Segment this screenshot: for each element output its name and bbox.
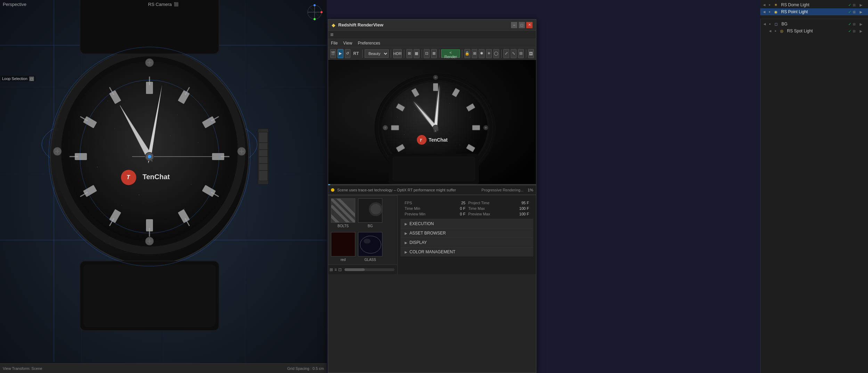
close-button[interactable]: ✕: [526, 22, 533, 28]
project-time-label: Project Time: [468, 201, 489, 205]
menu-view[interactable]: View: [343, 41, 352, 46]
render-pass-dropdown[interactable]: Beauty: [365, 49, 389, 58]
grid-btn[interactable]: ⊞: [406, 49, 412, 58]
viewport-controls: View Transform: Scene Grid Spacing : 0.5…: [0, 363, 327, 373]
color-mgmt-arrow: ▶: [405, 250, 407, 254]
play-btn[interactable]: ▶: [338, 49, 343, 58]
svg-point-73: [107, 101, 108, 102]
maximize-button[interactable]: □: [519, 22, 525, 28]
menu-preferences[interactable]: Preferences: [358, 41, 380, 46]
material-list-icon[interactable]: ⊞: [330, 267, 333, 272]
svg-rect-34: [146, 82, 153, 94]
expand2-btn[interactable]: ⤡: [511, 49, 517, 58]
time-min-value: 0 F: [460, 206, 465, 211]
material-bg-label: BG: [368, 224, 373, 228]
window-controls[interactable]: − □ ✕: [511, 22, 533, 28]
material-glass[interactable]: GLASS: [358, 232, 382, 262]
image-btn[interactable]: 🖼: [528, 49, 534, 58]
svg-text:TenChat: TenChat: [429, 137, 448, 143]
renderview-titlebar[interactable]: ◆ Redshift RenderView − □ ✕: [328, 19, 536, 31]
execution-section[interactable]: ▶ EXECUTION: [400, 219, 533, 228]
svg-rect-137: [392, 157, 475, 182]
display-section[interactable]: ▶ DISPLAY: [400, 238, 533, 247]
svg-rect-146: [331, 232, 355, 256]
circle-btn[interactable]: ◯: [493, 49, 499, 58]
right-panel: ◀ ● ◻ BG ✓ ⊞ ▶ ◀ ● ◎ RS Spot Light ✓ ⊞ ▶: [760, 19, 868, 373]
progress-label: Progressive Rendering...: [481, 188, 524, 192]
svg-point-93: [321, 11, 323, 13]
preview-min-value: 0 F: [460, 212, 465, 216]
asterisk2-btn[interactable]: ✳: [486, 49, 492, 58]
camera-label: RS Camera ⬛: [148, 2, 179, 7]
layout1-btn[interactable]: ▦: [414, 49, 420, 58]
navigation-gizmo[interactable]: [306, 3, 323, 21]
grid2-btn[interactable]: ⊞: [472, 49, 478, 58]
outliner-item-rs-dome-light[interactable]: ◀ ● ☀ RS Dome Light ✓ ⊞ ▶: [760, 1, 868, 8]
color-management-section[interactable]: ▶ COLOR MANAGEMENT: [400, 247, 533, 256]
expand-btn[interactable]: ⤢: [503, 49, 509, 58]
material-bolts-label: BOLTS: [338, 224, 349, 228]
material-grid-icon[interactable]: ≡: [334, 267, 337, 272]
outliner-item-bg[interactable]: ◀ ● ◻ BG ✓ ⊞ ▶: [761, 21, 868, 27]
svg-rect-117: [391, 125, 399, 130]
material-glass-label: GLASS: [364, 258, 376, 262]
main-3d-viewport[interactable]: T TenChat: [0, 0, 327, 373]
crop-btn[interactable]: ⊠: [431, 49, 437, 58]
svg-point-67: [97, 167, 98, 168]
refresh-btn[interactable]: ↺: [345, 49, 351, 58]
preview-max-value: 100 F: [519, 212, 529, 216]
layout2-btn[interactable]: ⊟: [518, 49, 524, 58]
asterisk-btn[interactable]: ✱: [479, 49, 485, 58]
svg-point-87: [148, 155, 151, 158]
svg-point-145: [371, 204, 381, 214]
svg-point-131: [433, 125, 438, 130]
execution-arrow: ▶: [405, 222, 407, 226]
outliner-item-rs-point-light[interactable]: ◀ ● ◉ RS Point Light ✓ ⊞ ▶: [760, 8, 868, 15]
outliner-item-rs-spot-light[interactable]: ◀ ● ◎ RS Spot Light ✓ ⊞ ▶: [766, 27, 868, 34]
svg-point-70: [170, 135, 171, 136]
renderview-window: ◆ Redshift RenderView − □ ✕ ≡ File View …: [328, 19, 536, 373]
frame-btn[interactable]: ⊡: [424, 49, 430, 58]
svg-point-72: [198, 142, 199, 143]
lock-btn[interactable]: 🔒: [464, 49, 470, 58]
svg-point-94: [314, 18, 316, 20]
render-button[interactable]: < Render >: [441, 49, 460, 58]
material-bg[interactable]: BG: [358, 198, 382, 228]
svg-point-103: [460, 145, 460, 145]
svg-point-149: [364, 239, 371, 244]
viewport-label: Perspective: [3, 2, 26, 7]
material-red[interactable]: red: [331, 232, 355, 262]
hdr-btn[interactable]: HDR: [393, 49, 402, 58]
status-dot: [331, 188, 334, 192]
svg-rect-83: [83, 264, 216, 327]
hamburger-menu[interactable]: ≡: [330, 32, 333, 38]
material-red-label: red: [341, 258, 346, 262]
svg-point-92: [314, 4, 316, 6]
project-time-value: 95 F: [521, 201, 529, 205]
time-max-label: Time Max: [468, 206, 485, 211]
status-message: Scene uses trace-set technology – OptiX …: [337, 188, 479, 192]
visibility-icon: ✓: [848, 3, 851, 7]
material-row: BOLTS BG: [328, 195, 397, 231]
material-bolts[interactable]: BOLTS: [331, 198, 355, 228]
renderview-menubar: File View Preferences: [328, 39, 536, 47]
preview-max-label: Preview Max: [468, 212, 490, 216]
grid-spacing-label: Grid Spacing : 0.5 cm: [287, 366, 324, 371]
renderview-toolbar: 🎬 ▶ ↺ RT Beauty HDR ⊞ ▦ ⊡ ⊠ < Render > 🔒…: [328, 47, 536, 60]
render-image-area: T TenChat: [328, 60, 536, 185]
material-large-icon[interactable]: ⊡: [338, 267, 342, 272]
asset-browser-section[interactable]: ▶ ASSET BROWSER: [400, 228, 533, 238]
loop-selection-indicator: Loop Selection ◻: [1, 76, 35, 81]
menu-file[interactable]: File: [331, 41, 338, 46]
svg-rect-43: [75, 153, 87, 160]
minimize-button[interactable]: −: [511, 22, 517, 28]
svg-rect-84: [80, 0, 219, 54]
stats-panel: FPS 25 Project Time 95 F Time Min 0 F Ti…: [400, 198, 533, 219]
preview-min-label: Preview Min: [405, 212, 425, 216]
svg-point-102: [404, 134, 405, 135]
svg-point-68: [191, 184, 192, 185]
asset-browser-label: ASSET BROWSER: [409, 231, 446, 236]
svg-rect-40: [146, 219, 153, 231]
svg-text:TenChat: TenChat: [143, 173, 170, 181]
camera-icon-btn[interactable]: 🎬: [330, 49, 336, 58]
